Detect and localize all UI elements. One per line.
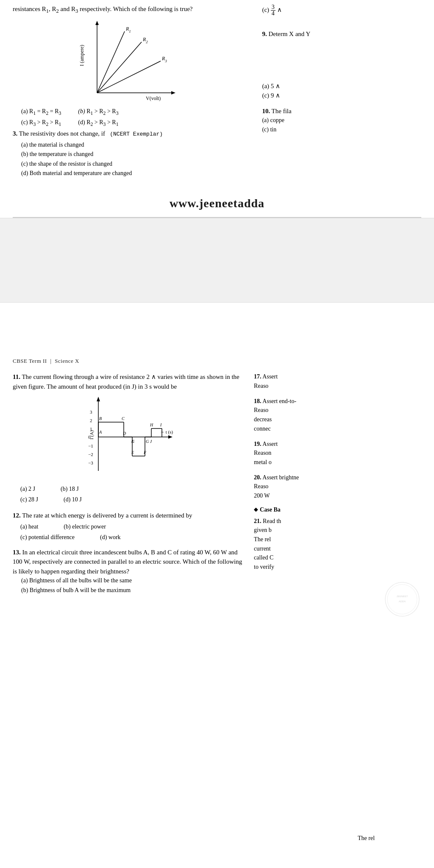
q10-a-right: (a) coppe xyxy=(262,116,421,125)
svg-text:R1: R1 xyxy=(125,26,131,33)
q11-num: 11. xyxy=(13,373,20,380)
q2-opt-a: (a) R1 = R2 = R3 xyxy=(21,107,61,117)
svg-text:3: 3 xyxy=(90,409,92,415)
q13-block: 13. In an electrical circuit three incan… xyxy=(13,548,243,595)
page-bottom: CBSE Term II | Science X 11. The current… xyxy=(0,353,434,620)
q9-block-right: 9. Determ X and Y xyxy=(262,29,421,39)
svg-text:−3: −3 xyxy=(88,460,93,465)
q2-options: (a) R1 = R2 = R3 (b) R1 > R2 > R3 (c) R3… xyxy=(21,107,249,128)
q12-opt-c: (c) potential difference xyxy=(20,533,75,542)
svg-line-6 xyxy=(97,31,125,93)
q3-block: 3. The resistivity does not change, if (… xyxy=(13,129,249,178)
bottom-stamp-area: JEENEET ADDA xyxy=(254,580,421,620)
svg-point-49 xyxy=(387,584,417,614)
q3-opt-a: (a) the material is changed xyxy=(21,140,249,150)
svg-text:R2: R2 xyxy=(142,36,148,44)
q11-opt-a: (a) 2 J xyxy=(20,484,35,493)
q2-option-row-2: (c) R3 > R2 > R1 (d) R2 > R3 > R1 xyxy=(21,118,249,128)
q18-num: 18. xyxy=(254,398,262,404)
svg-line-8 xyxy=(97,42,142,93)
case-ba-block: ◆ Case Ba xyxy=(254,506,421,513)
case-ba-label: Case Ba xyxy=(260,506,281,513)
pbc-left: 11. The current flowing through a wire o… xyxy=(13,372,250,620)
q2-opt-b: (b) R1 > R2 > R3 xyxy=(78,107,118,117)
q3-opt-c: (c) the shape of the resistor is changed xyxy=(21,159,249,169)
q21-block: 21. Read th given b The rel current call… xyxy=(254,517,421,572)
q21-called: called C xyxy=(254,553,421,562)
q11-opt-d: (d) 10 J xyxy=(64,495,82,504)
bottom-rel-text-block: The rel xyxy=(358,834,430,843)
svg-line-10 xyxy=(97,61,161,93)
q3-opt-d: (d) Both material and temperature are ch… xyxy=(21,169,249,178)
page-separator xyxy=(0,218,434,303)
q17-num: 17. xyxy=(254,373,262,380)
stamp-svg: JEENEET ADDA xyxy=(383,580,421,618)
q12-opt-a: (a) heat xyxy=(20,522,38,531)
page-top: resistances R1, R2 and R3 respectively. … xyxy=(0,0,434,218)
svg-text:I (A): I (A) xyxy=(89,430,95,440)
q11-opt-c: (c) 28 J xyxy=(20,495,38,504)
q17-block: 17. Assert Reaso xyxy=(254,372,421,390)
q11-opt-b: (b) 18 J xyxy=(61,484,79,493)
q20-text: 20. Assert brightne xyxy=(254,473,421,482)
q21-verify: to verify xyxy=(254,562,421,572)
q19-num: 19. xyxy=(254,441,262,447)
q3-opt-b: (b) the temperature is changed xyxy=(21,150,249,159)
q11-options-2: (c) 28 J (d) 10 J xyxy=(20,495,243,504)
q9-c-right: (c) 9 ∧ xyxy=(262,91,421,100)
q9-num: 9. xyxy=(262,31,267,37)
svg-text:−2: −2 xyxy=(88,452,93,457)
q11-block: 11. The current flowing through a wire o… xyxy=(13,372,243,504)
q19-text: 19. Assert xyxy=(254,440,421,449)
svg-marker-14 xyxy=(97,397,100,401)
q12-opt-d: (d) work xyxy=(100,533,121,542)
q13-opt-a: (a) Brightness of all the bulbs will be … xyxy=(21,576,243,585)
q3-text: 3. The resistivity does not change, if (… xyxy=(13,129,249,139)
q21-text: 21. Read th xyxy=(254,517,421,526)
bottom-rel-text: The rel xyxy=(358,835,375,841)
q18-connec: connec xyxy=(254,424,421,434)
svg-text:E: E xyxy=(131,450,134,455)
q9-a-right: (a) 5 ∧ xyxy=(262,81,421,91)
q20-reason: Reaso xyxy=(254,482,421,491)
q12-block: 12. The rate at which energy is delivere… xyxy=(13,511,243,542)
svg-text:ADDA: ADDA xyxy=(399,600,406,603)
top-two-col: resistances R1, R2 and R3 respectively. … xyxy=(13,4,421,184)
q3-num: 3. xyxy=(13,130,17,137)
bottom-two-col: 11. The current flowing through a wire o… xyxy=(13,372,421,620)
q12-opt-b: (b) electric power xyxy=(64,522,106,531)
q18-reason: Reaso xyxy=(254,406,421,415)
iv-graph-svg: I (ampere) V(volt) R1 R2 R3 xyxy=(76,19,186,103)
q13-opt-b: (b) Brightness of bulb A will be the max… xyxy=(21,586,243,595)
q11-options: (a) 2 J (b) 18 J xyxy=(20,484,243,493)
q2-intro: resistances R1, R2 and R3 respectively. … xyxy=(13,4,249,15)
right-c-fraction: (c) 3 4 ∧ xyxy=(262,4,421,17)
svg-point-48 xyxy=(385,582,419,616)
svg-text:I: I xyxy=(160,423,162,427)
q12-options-1: (a) heat (b) electric power xyxy=(20,522,243,531)
q10-block-right: 10. The fila (a) coppe (c) tin xyxy=(262,106,421,135)
q11-text: 11. The current flowing through a wire o… xyxy=(13,372,243,391)
col-left-top: resistances R1, R2 and R3 respectively. … xyxy=(13,4,258,184)
q2-opt-d: (d) R2 > R3 > R1 xyxy=(78,118,118,128)
svg-text:B: B xyxy=(99,416,102,421)
cbse-label: CBSE Term II xyxy=(13,358,47,364)
q18-block: 18. Assert end-to- Reaso decreas connec xyxy=(254,397,421,434)
cbse-header: CBSE Term II | Science X xyxy=(13,358,421,364)
q20-block: 20. Assert brightne Reaso 200 W xyxy=(254,473,421,501)
svg-marker-2 xyxy=(95,21,99,25)
svg-text:F: F xyxy=(143,450,147,455)
svg-text:D: D xyxy=(122,431,126,436)
svg-marker-15 xyxy=(168,435,172,439)
svg-text:I (ampere): I (ampere) xyxy=(79,45,85,66)
q20-num: 20. xyxy=(254,474,262,481)
q12-options-2: (c) potential difference (d) work xyxy=(20,533,243,542)
svg-text:J: J xyxy=(131,439,134,444)
q10-text-right: 10. The fila xyxy=(262,106,421,116)
q9-text-right: 9. Determ X and Y xyxy=(262,29,421,39)
svg-text:2: 2 xyxy=(90,418,92,423)
q21-rel: The rel xyxy=(254,535,421,544)
svg-text:G J: G J xyxy=(146,439,152,444)
svg-text:V(volt): V(volt) xyxy=(146,95,161,101)
q21-num: 21. xyxy=(254,518,262,524)
